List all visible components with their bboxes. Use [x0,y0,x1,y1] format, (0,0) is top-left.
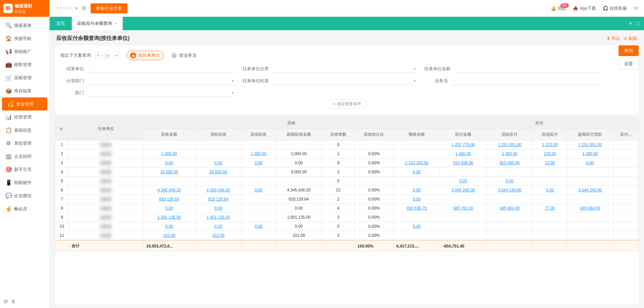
other-rec-9[interactable]: 0.00 [241,222,275,231]
business-icon: 📊 [5,114,11,120]
other-rec-1[interactable]: 1,000.00 [241,149,275,159]
search-mode-by-unit[interactable]: ◉ 按往来单位 [126,51,164,60]
prepaid-2[interactable]: 2,153,333.00 [393,159,440,168]
sidebar-item-system[interactable]: ⚙ 系统管理 [0,137,49,150]
loan-pay-0[interactable]: 1,251,551.00 [486,140,533,149]
rec-amount-9[interactable]: 0.00 [143,222,195,231]
loan-pay-1[interactable]: 1,390.00 [486,149,533,159]
other-pay-0[interactable]: 1,222.00 [533,140,567,149]
loan-rec-10[interactable]: 152.00 [195,231,242,240]
rec-amount-3[interactable]: 18,000.00 [143,168,195,177]
pay-more-7 [613,204,639,213]
sidebar-item-enterprise-wechat[interactable]: 💬 企业微信 [0,189,49,202]
overdue-pay-1[interactable]: 1,390.00 [567,149,613,159]
edit-scheme-button[interactable]: ◎ [104,52,111,59]
collapse-button[interactable]: ∧ 收起更多条件 [327,99,367,108]
rec-amount-7[interactable]: 0.00 [143,204,195,213]
pay-amount-1[interactable]: 1,490.00 [440,149,487,159]
tab-active[interactable]: 应收应付余额查询 × [72,17,123,30]
loan-pay-4[interactable]: 0.00 [486,177,533,186]
sidebar-item-base-info[interactable]: 📋 基础信息 [0,124,49,137]
pay-amount-5[interactable]: 3,044,240.00 [440,186,487,195]
sidebar-item-business[interactable]: 📊 经营管理 [0,111,49,124]
other-pay-2[interactable]: 13.00 [533,159,567,168]
add-scheme-button[interactable]: + [94,52,102,59]
overdue-pay-2[interactable]: 0.00 [567,159,613,168]
salesperson-input[interactable]: ··· [450,77,600,85]
refresh-button[interactable]: ↺ 刷新 [624,36,637,42]
rec-amount-1[interactable]: 1,000.00 [143,149,195,159]
overdue-pay-7[interactable]: 345,684.00 [567,204,613,213]
prepaid-3[interactable]: 0.00 [393,168,440,177]
rec-amount-2[interactable]: 0.00 [143,159,195,168]
footer-rec-amount[interactable]: 19,553,472,6... [143,240,195,252]
other-rec-2[interactable]: 0.00 [241,159,275,168]
loan-pay-2[interactable]: 915,495.56 [486,159,533,168]
topbar-gear-icon[interactable]: ⚙ [82,5,87,11]
overdue-pay-5[interactable]: 3,044,240.00 [567,186,613,195]
loan-rec-9[interactable]: 0.00 [195,222,242,231]
prepaid-6[interactable]: 0.00 [393,195,440,204]
prepaid-5[interactable]: 0.00 [393,186,440,195]
rec-amount-10[interactable]: 152.00 [143,231,195,240]
pay-amount-4[interactable]: 0.00 [440,177,487,186]
overdue-pay-0[interactable]: 1,251,551.00 [567,140,613,149]
dept-manager-select[interactable]: ▾ [87,77,236,85]
pay-amount-2[interactable]: 915,508.56 [440,159,487,168]
table-settings-icon[interactable]: ⚙ [57,125,65,133]
other-rec-5[interactable]: 0.00 [241,186,275,195]
collapse-footer-icon[interactable]: ⏸ [11,299,16,305]
tab-close-button[interactable]: × [628,19,633,28]
rec-amount-6[interactable]: 810,126.64 [143,195,195,204]
tab-fullscreen-button[interactable]: □ [635,19,641,28]
sidebar-item-finance[interactable]: 💰 资金管理 [2,97,47,111]
sidebar-item-search-menu[interactable]: 🔍 搜索菜单 [0,19,49,32]
sidebar-item-marketing[interactable]: 📢 营销推广 [0,45,49,58]
sidebar-item-smart-hw[interactable]: 📱 智能硬件 [0,176,49,189]
loan-rec-2[interactable]: 0.00 [195,159,242,168]
prepaid-9[interactable]: 0.00 [393,222,440,231]
rec-amount-5[interactable]: 4,345,436.20 [143,186,195,195]
settings-footer-icon[interactable]: ⚙ [3,298,8,305]
settings-button[interactable]: 设置 [619,58,639,70]
topbar-cta-button[interactable]: 体验行业方案 [91,3,127,13]
loan-pay-5[interactable]: 3,044,240.00 [486,186,533,195]
topbar-app-download[interactable]: 📥 App下载 [573,5,596,11]
loan-pay-7[interactable]: 345,684.00 [486,204,533,213]
loan-rec-7[interactable]: 0.00 [195,204,242,213]
sidebar-item-purchase[interactable]: 🛒 采购管理 [0,71,49,84]
other-pay-5[interactable]: 0.00 [533,186,567,195]
other-pay-1[interactable]: 100.00 [533,149,567,159]
unit-nature-select[interactable]: ▾ [271,77,418,85]
rec-amount-8[interactable]: 1,001,135.00 [143,213,195,222]
sidebar-item-sales[interactable]: 💼 销售管理 [0,58,49,71]
sidebar-item-enterprise[interactable]: 🏢 企业协同 [0,150,49,163]
department-select[interactable]: ▾ [87,89,236,97]
table-wrapper[interactable]: ⚙ 往来单位 应收 应付 应收金额 贷款应收 其他应收 超期应收金额 [55,117,639,305]
pay-amount-0[interactable]: 1,252,773.00 [440,140,487,149]
export-button[interactable]: ⬆ 导出 [606,36,620,42]
unit-name-input[interactable] [453,65,600,73]
loan-rec-6[interactable]: 810,126.64 [195,195,242,204]
sidebar-item-quick-nav[interactable]: 🏠 快捷导航 [0,32,49,45]
loan-rec-8[interactable]: 1,001,135.00 [195,213,242,222]
query-button[interactable]: 查询 [619,45,639,56]
tab-home[interactable]: 首页 [50,17,72,30]
sidebar-item-newbie[interactable]: 🎯 新手引导 [0,163,49,176]
prepaid-7[interactable]: 655,636.75 [393,204,440,213]
pay-amount-7[interactable]: 345,761.00 [440,204,487,213]
settlement-unit-input[interactable]: ··· [87,65,236,73]
unit-category-select[interactable]: ▾ [271,65,418,73]
topbar-user[interactable]: Rit [634,6,639,11]
topbar-online-service[interactable]: 🎧 在线客服 [603,5,627,11]
sidebar-item-inventory[interactable]: 📦 库存核算 [0,84,49,97]
topbar-notice[interactable]: 🔔 消息 99+ [551,5,566,11]
topbar-dropdown-icon[interactable]: ▾ [75,5,78,11]
search-mode-by-staff[interactable]: ◎ 按业务员 [168,51,200,60]
scheme-arrow-button[interactable]: « [113,52,120,59]
sidebar-item-member[interactable]: ✌ 畅会员 [0,202,49,215]
other-pay-7[interactable]: 77.00 [533,204,567,213]
tab-close-icon[interactable]: × [115,21,117,26]
loan-rec-3[interactable]: 18,000.00 [195,168,242,177]
loan-rec-5[interactable]: 4,345,436.20 [195,186,242,195]
